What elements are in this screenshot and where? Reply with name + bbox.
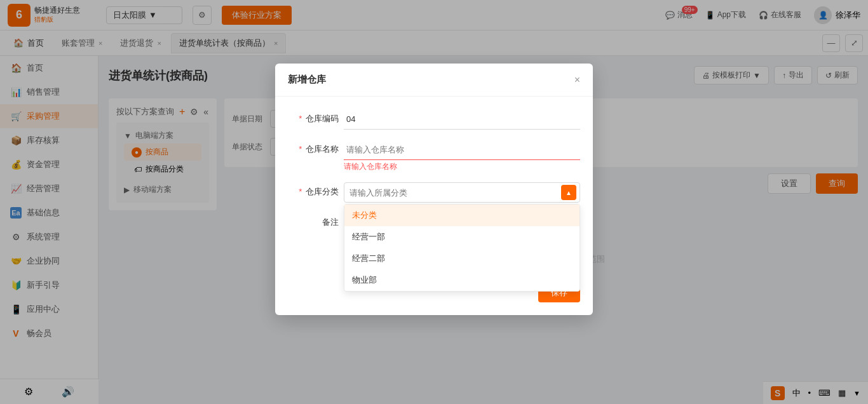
category-input-wrapper: ▲	[344, 182, 580, 203]
modal-title: 新增仓库	[288, 74, 326, 86]
form-row-code: * 仓库编码	[288, 109, 580, 130]
warehouse-name-label: * 仓库名称	[288, 140, 339, 155]
dropdown-item-2[interactable]: 经营二部	[344, 248, 580, 269]
warehouse-category-wrapper: ▲ 未分类 经营一部 经营二部 物业部	[344, 182, 580, 203]
modal-add-warehouse: 新增仓库 × * 仓库编码 * 仓库名称	[275, 64, 593, 315]
warehouse-category-input[interactable]	[344, 182, 580, 203]
form-row-name: * 仓库名称 请输入仓库名称	[288, 140, 580, 172]
modal-close-button[interactable]: ×	[574, 74, 580, 86]
warehouse-name-error: 请输入仓库名称	[344, 161, 580, 172]
dropdown-item-1[interactable]: 经营一部	[344, 226, 580, 248]
category-toggle-button[interactable]: ▲	[561, 185, 576, 200]
dropdown-item-3[interactable]: 物业部	[344, 269, 580, 291]
warehouse-code-input[interactable]	[344, 109, 580, 130]
warehouse-code-wrapper	[344, 109, 580, 130]
note-label: 备注	[288, 213, 339, 228]
warehouse-category-label: * 仓库分类	[288, 182, 339, 198]
category-dropdown: 未分类 经营一部 经营二部 物业部	[344, 204, 580, 292]
warehouse-name-input[interactable]	[344, 140, 580, 160]
modal-overlay: 新增仓库 × * 仓库编码 * 仓库名称	[0, 0, 868, 404]
warehouse-code-label: * 仓库编码	[288, 109, 339, 125]
dropdown-item-0[interactable]: 未分类	[344, 205, 580, 226]
modal-body: * 仓库编码 * 仓库名称 请输入仓库名称	[275, 97, 593, 276]
form-row-category: * 仓库分类 ▲ 未分类 经营一部 经营二部 物业部	[288, 182, 580, 203]
warehouse-name-wrapper: 请输入仓库名称	[344, 140, 580, 172]
modal-header: 新增仓库 ×	[275, 64, 593, 97]
